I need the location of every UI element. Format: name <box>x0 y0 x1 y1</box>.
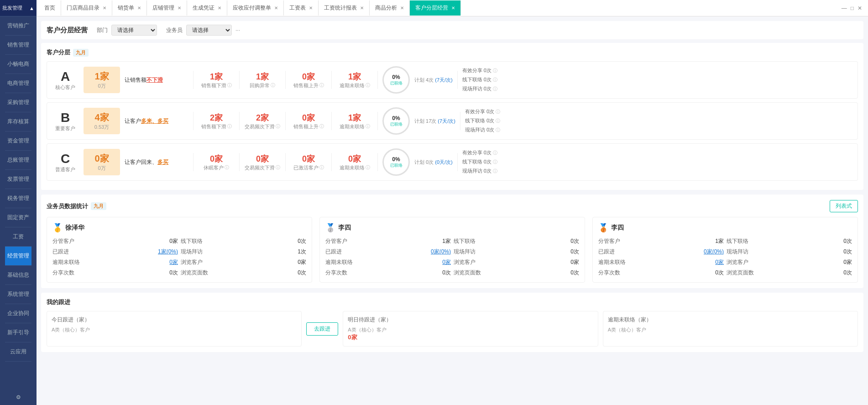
window-close-icon[interactable]: ✕ <box>858 5 862 11</box>
tab-工资表[interactable]: 工资表✕ <box>284 0 319 16</box>
sidebar-item-企业协同[interactable]: 企业协同 <box>5 304 31 323</box>
sidebar-item-小畅电商[interactable]: 小畅电商 <box>5 55 31 74</box>
side-info-icon[interactable]: ⓘ <box>493 68 497 73</box>
stat-cell-A-1: 1家回购异常 ⓘ <box>244 71 281 89</box>
staff-stat-col-left-1-6: 分享次数0次 <box>325 269 451 277</box>
side-info-icon[interactable]: ⓘ <box>493 77 497 82</box>
sidebar-item-电商管理[interactable]: 电商管理 <box>5 74 31 93</box>
sidebar-item-总账管理[interactable]: 总账管理 <box>5 151 31 170</box>
go-follow-button[interactable]: 去跟进 <box>306 322 338 336</box>
tab-close-icon[interactable]: ✕ <box>451 5 455 11</box>
sidebar-item-营销推广[interactable]: 营销推广 <box>5 16 31 36</box>
sidebar-item-库存核算[interactable]: 库存核算 <box>5 112 31 131</box>
tab-close-icon[interactable]: ✕ <box>400 5 404 11</box>
sidebar-item-固定资产[interactable]: 固定资产 <box>5 208 31 227</box>
tier-action-C: 让客户回来、多买 <box>125 158 188 166</box>
staff-rank-icon-1: 🥈 <box>325 223 335 233</box>
tab-生成凭证[interactable]: 生成凭证✕ <box>187 0 227 16</box>
stat-val-2-4[interactable]: 0家 <box>715 258 724 266</box>
tab-门店商品目录[interactable]: 门店商品目录✕ <box>61 0 112 16</box>
side-info-icon[interactable]: ⓘ <box>493 168 497 174</box>
stat-cell-B-3: 1家逾期未联络 ⓘ <box>336 112 373 130</box>
side-info-icon[interactable]: ⓘ <box>493 159 497 164</box>
info-icon-B-0[interactable]: ⓘ <box>227 123 232 130</box>
info-icon-B-1[interactable]: ⓘ <box>276 123 280 130</box>
staff-stats-grid-0: 分管客户0家线下联络0次已跟进1家(0%)现场拜访1次逾期未联络0家浏览客户0家… <box>52 237 306 277</box>
info-icon-B-2[interactable]: ⓘ <box>319 123 324 130</box>
business-stats-section: 业务员数据统计 九月 列表式 🥇徐泽华分管客户0家线下联络0次已跟进1家(0%)… <box>41 195 863 288</box>
sidebar: 批发管理 ▲ 营销推广销售管理小畅电商电商管理采购管理库存核算资金管理总账管理发… <box>0 0 37 405</box>
side-info-icon[interactable]: ⓘ <box>496 118 500 123</box>
more-options-icon[interactable]: ··· <box>235 27 240 33</box>
plan-link-A[interactable]: (7天/次) <box>435 77 453 83</box>
sidebar-item-采购管理[interactable]: 采购管理 <box>5 93 31 112</box>
staff-stat-col-left-2-2: 已跟进0家(0%) <box>598 248 724 256</box>
tab-close-icon[interactable]: ✕ <box>360 5 364 11</box>
sidebar-item-基础信息[interactable]: 基础信息 <box>5 266 31 285</box>
info-icon-A-1[interactable]: ⓘ <box>271 82 275 89</box>
sidebar-item-系统管理[interactable]: 系统管理 <box>5 285 31 304</box>
sidebar-item-发票管理[interactable]: 发票管理 <box>5 170 31 189</box>
tab-close-icon[interactable]: ✕ <box>178 5 181 11</box>
info-icon-A-3[interactable]: ⓘ <box>366 82 370 89</box>
info-icon-C-2[interactable]: ⓘ <box>319 164 324 171</box>
window-restore-icon[interactable]: □ <box>851 5 854 11</box>
info-icon-A-0[interactable]: ⓘ <box>227 82 232 89</box>
sidebar-item-工资[interactable]: 工资 <box>5 227 31 247</box>
stat-val-2-2[interactable]: 0家(0%) <box>704 248 724 256</box>
tab-close-icon[interactable]: ✕ <box>309 5 313 11</box>
side-info-icon[interactable]: ⓘ <box>496 127 500 132</box>
staff-filter: 业务员 请选择 ··· <box>166 25 240 36</box>
tab-close-icon[interactable]: ✕ <box>137 5 141 11</box>
info-icon-C-3[interactable]: ⓘ <box>366 164 370 171</box>
sidebar-item-资金管理[interactable]: 资金管理 <box>5 131 31 151</box>
side-info-icon[interactable]: ⓘ <box>493 86 497 91</box>
tier-action-A: 让销售额不下滑 <box>125 76 188 84</box>
plan-link-C[interactable]: (0天/次) <box>435 159 453 165</box>
tab-close-icon[interactable]: ✕ <box>103 5 106 11</box>
staff-stat-col-left-2-0: 分管客户1家 <box>598 237 724 245</box>
tab-应收应付调整单[interactable]: 应收应付调整单✕ <box>227 0 284 16</box>
list-view-button[interactable]: 列表式 <box>830 200 858 212</box>
circle-stat-B: 0%已联络 <box>382 107 410 135</box>
sidebar-item-经营管理[interactable]: 经营管理 <box>5 247 31 266</box>
staff-stat-row-2-4: 逾期未联络0家 <box>598 258 724 266</box>
plan-link-B[interactable]: (7天/次) <box>438 118 455 124</box>
staff-name-row-1: 🥈李四 <box>325 223 579 233</box>
staff-select[interactable]: 请选择 <box>186 25 232 36</box>
side-info-icon[interactable]: ⓘ <box>493 150 497 155</box>
tab-close-icon[interactable]: ✕ <box>274 5 278 11</box>
staff-stat-col-right-2-7: 浏览页面数0次 <box>727 269 852 277</box>
sidebar-toggle-icon[interactable]: ▲ <box>29 5 34 11</box>
staff-stats-grid-1: 分管客户1家线下联络0次已跟进0家(0%)现场拜访0次逾期未联络0家浏览客户0家… <box>325 237 579 277</box>
window-minimize-icon[interactable]: — <box>842 5 847 11</box>
stat-val-1-2[interactable]: 0家(0%) <box>431 248 451 256</box>
sidebar-item-税务管理[interactable]: 税务管理 <box>5 189 31 208</box>
stat-val-1-4[interactable]: 0家 <box>442 258 451 266</box>
stat-val-2-5: 0家 <box>843 258 852 266</box>
side-info-icon[interactable]: ⓘ <box>496 109 500 114</box>
sidebar-item-云应用[interactable]: 云应用 <box>5 342 31 362</box>
staff-stat-row-1-1: 线下联络0次 <box>454 237 579 245</box>
info-icon-A-2[interactable]: ⓘ <box>319 82 324 89</box>
tier-action-B: 让客户多来、多买 <box>125 117 188 125</box>
tab-工资统计报表[interactable]: 工资统计报表✕ <box>319 0 370 16</box>
staff-rank-icon-0: 🥇 <box>52 223 63 233</box>
sidebar-item-销售管理[interactable]: 销售管理 <box>5 36 31 55</box>
tab-店铺管理[interactable]: 店铺管理✕ <box>147 0 187 16</box>
stat-val-0-2[interactable]: 1家(0%) <box>158 248 178 256</box>
sidebar-item-新手引导[interactable]: 新手引导 <box>5 323 31 342</box>
tab-close-icon[interactable]: ✕ <box>218 5 221 11</box>
tab-销货单[interactable]: 销货单✕ <box>112 0 147 16</box>
dept-select[interactable]: 请选择 <box>111 25 157 36</box>
tab-商品分析[interactable]: 商品分析✕ <box>370 0 410 16</box>
divider-2-B <box>377 112 378 130</box>
tab-客户分层经营[interactable]: 客户分层经营✕ <box>410 0 461 16</box>
info-icon-C-1[interactable]: ⓘ <box>276 164 280 171</box>
info-icon-C-0[interactable]: ⓘ <box>225 164 229 171</box>
stat-val-0-4[interactable]: 0家 <box>169 258 178 266</box>
info-icon-B-3[interactable]: ⓘ <box>366 123 370 130</box>
settings-icon[interactable]: ⚙ <box>0 389 37 405</box>
tab-首页[interactable]: 首页 <box>39 0 61 16</box>
customer-section-title: 客户分层 九月 <box>47 48 858 57</box>
